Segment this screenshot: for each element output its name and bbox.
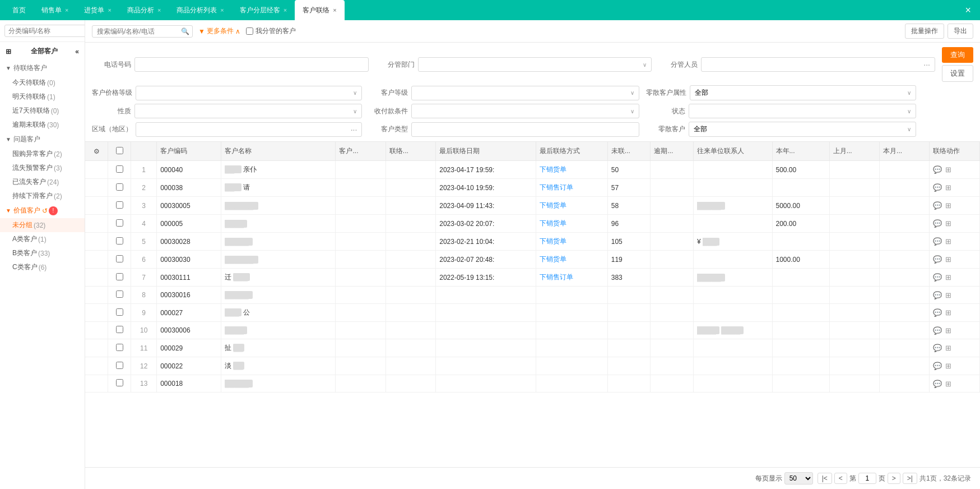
sidebar-item-overdue-pending[interactable]: 逾期未联络 (30) bbox=[0, 118, 85, 132]
tab-customer-segment[interactable]: 客户分层经客 × bbox=[232, 0, 295, 20]
company-contact-col-header[interactable]: 往来单位联系人 bbox=[694, 142, 772, 161]
grid-action-icon[interactable]: ⊞ bbox=[945, 273, 951, 282]
close-icon[interactable]: × bbox=[157, 7, 161, 13]
customer-type-input[interactable] bbox=[411, 122, 639, 137]
chat-icon[interactable]: 💬 bbox=[933, 326, 942, 335]
this-month-col-header[interactable]: 本月... bbox=[880, 142, 930, 161]
batch-operation-button[interactable]: 批量操作 bbox=[905, 24, 944, 39]
chat-icon[interactable]: 💬 bbox=[933, 255, 942, 264]
row-checkbox[interactable] bbox=[116, 165, 123, 173]
sidebar-item-hoarding[interactable]: 囤购异常客户 (2) bbox=[0, 147, 85, 161]
region-select[interactable]: ··· bbox=[136, 122, 362, 137]
method-link[interactable]: 下销货单 bbox=[540, 255, 566, 263]
row-checkbox[interactable] bbox=[116, 219, 123, 227]
row-checkbox[interactable] bbox=[116, 237, 123, 245]
export-button[interactable]: 导出 bbox=[948, 24, 973, 39]
gear-icon[interactable]: ⚙ bbox=[94, 147, 100, 155]
row-checkbox[interactable] bbox=[116, 183, 123, 191]
chat-icon[interactable]: 💬 bbox=[933, 273, 942, 282]
my-customers-checkbox[interactable] bbox=[246, 27, 253, 35]
status-select[interactable]: ∨ bbox=[689, 104, 916, 118]
grid-action-icon[interactable]: ⊞ bbox=[945, 362, 951, 370]
contact-col-header[interactable]: 联络... bbox=[386, 142, 435, 161]
phone-input-control[interactable] bbox=[134, 57, 369, 72]
tab-sales[interactable]: 销售单 × bbox=[34, 0, 76, 20]
sidebar-item-churned[interactable]: 已流失客户 (24) bbox=[0, 175, 85, 189]
chat-icon[interactable]: 💬 bbox=[933, 291, 942, 299]
chat-icon[interactable]: 💬 bbox=[933, 183, 942, 192]
per-page-select[interactable]: 50 20 100 bbox=[784, 472, 813, 485]
row-checkbox[interactable] bbox=[116, 255, 123, 262]
sidebar-item-churn-warning[interactable]: 流失预警客户 (3) bbox=[0, 161, 85, 175]
query-button[interactable]: 查询 bbox=[942, 47, 973, 63]
method-link[interactable]: 下销售订单 bbox=[540, 183, 573, 191]
last-date-col-header[interactable]: 最后联络日期 bbox=[436, 142, 536, 161]
row-checkbox[interactable] bbox=[116, 379, 123, 386]
tab-home[interactable]: 首页 bbox=[4, 0, 34, 20]
row-checkbox[interactable] bbox=[116, 308, 123, 316]
method-link[interactable]: 下销货单 bbox=[540, 219, 566, 227]
grid-action-icon[interactable]: ⊞ bbox=[945, 165, 951, 174]
chat-icon[interactable]: 💬 bbox=[933, 380, 942, 388]
sidebar-item-today-pending[interactable]: 今天待联络 (0) bbox=[0, 76, 85, 90]
manager-select[interactable]: ··· bbox=[701, 57, 935, 72]
method-link[interactable]: 下销售订单 bbox=[540, 273, 573, 281]
chat-icon[interactable]: 💬 bbox=[933, 201, 942, 210]
chat-icon[interactable]: 💬 bbox=[933, 219, 942, 228]
last-month-col-header[interactable]: 上月... bbox=[829, 142, 879, 161]
code-col-header[interactable]: 客户编码 bbox=[157, 142, 221, 161]
grid-action-icon[interactable]: ⊞ bbox=[945, 344, 951, 352]
sidebar-item-ungroup[interactable]: 未分组 (32) bbox=[0, 218, 85, 232]
grid-action-icon[interactable]: ⊞ bbox=[945, 201, 951, 210]
sidebar-item-class-a[interactable]: A类客户 (1) bbox=[0, 232, 85, 246]
more-conditions-button[interactable]: ▼ 更多条件 ∧ bbox=[198, 26, 240, 36]
close-icon[interactable]: × bbox=[220, 7, 224, 13]
method-link[interactable]: 下销货单 bbox=[540, 165, 566, 173]
settings-col-header[interactable]: ⚙ bbox=[85, 142, 108, 161]
chat-icon[interactable]: 💬 bbox=[933, 362, 942, 370]
grid-action-icon[interactable]: ⊞ bbox=[945, 308, 951, 317]
group-pending-contact[interactable]: ▼ 待联络客户 bbox=[0, 61, 85, 76]
grid-action-icon[interactable]: ⊞ bbox=[945, 183, 951, 192]
row-checkbox[interactable] bbox=[116, 201, 123, 209]
chat-icon[interactable]: 💬 bbox=[933, 237, 942, 246]
close-icon[interactable]: × bbox=[65, 7, 68, 13]
tab-purchase[interactable]: 进货单 × bbox=[76, 0, 119, 20]
price-level-select[interactable]: ∨ bbox=[136, 86, 362, 100]
prev-page-button[interactable]: < bbox=[834, 473, 847, 484]
all-customers-button[interactable]: ⊞ 全部客户 « bbox=[0, 42, 85, 61]
main-search-input[interactable] bbox=[97, 27, 181, 35]
sidebar-item-7day-pending[interactable]: 近7天待联络 (0) bbox=[0, 104, 85, 118]
main-search-icon[interactable]: 🔍 bbox=[181, 27, 189, 35]
customer-type-text[interactable] bbox=[416, 126, 634, 133]
category-search-input[interactable] bbox=[4, 25, 85, 37]
phone-input[interactable] bbox=[140, 61, 364, 68]
tab-product-analysis-list[interactable]: 商品分析列表 × bbox=[169, 0, 231, 20]
window-close-button[interactable]: × bbox=[960, 4, 976, 16]
nature-select[interactable]: ∨ bbox=[134, 104, 362, 118]
first-page-button[interactable]: |< bbox=[818, 473, 832, 484]
grid-action-icon[interactable]: ⊞ bbox=[945, 380, 951, 388]
close-icon[interactable]: × bbox=[284, 7, 287, 13]
tab-customer-contact[interactable]: 客户联络 × bbox=[295, 0, 344, 20]
grid-action-icon[interactable]: ⊞ bbox=[945, 255, 951, 264]
row-checkbox[interactable] bbox=[116, 344, 123, 351]
group-value-customers[interactable]: ▼ 价值客户 ↺ ! bbox=[0, 203, 85, 218]
grid-action-icon[interactable]: ⊞ bbox=[945, 219, 951, 228]
grid-action-icon[interactable]: ⊞ bbox=[945, 326, 951, 335]
page-number-input[interactable] bbox=[858, 473, 876, 484]
row-checkbox[interactable] bbox=[116, 273, 123, 280]
method-link[interactable]: 下销货单 bbox=[540, 201, 566, 209]
select-all-checkbox[interactable] bbox=[116, 147, 123, 154]
payment-terms-select[interactable]: ∨ bbox=[411, 104, 639, 118]
row-checkbox[interactable] bbox=[116, 290, 123, 298]
checkbox-col-header[interactable] bbox=[108, 142, 131, 161]
name-col-header[interactable]: 客户名称 bbox=[221, 142, 336, 161]
chat-icon[interactable]: 💬 bbox=[933, 165, 942, 174]
sidebar-item-tomorrow-pending[interactable]: 明天待联络 (1) bbox=[0, 90, 85, 104]
grid-action-icon[interactable]: ⊞ bbox=[945, 291, 951, 299]
department-select[interactable]: ∨ bbox=[418, 57, 652, 72]
type-col-header[interactable]: 客户... bbox=[336, 142, 386, 161]
chat-icon[interactable]: 💬 bbox=[933, 344, 942, 352]
method-link[interactable]: 下销货单 bbox=[540, 237, 566, 245]
